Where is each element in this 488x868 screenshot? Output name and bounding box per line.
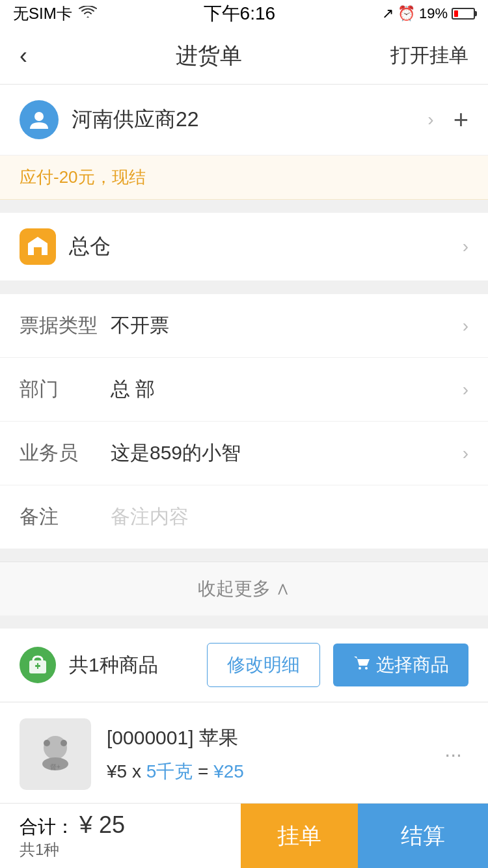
svg-point-6	[365, 667, 368, 670]
svg-rect-1	[34, 247, 42, 255]
supplier-row[interactable]: 河南供应商22 › +	[0, 85, 488, 156]
sub-label: 共1种	[20, 839, 221, 860]
warehouse-name: 总仓	[69, 232, 463, 261]
total-label: 合计：	[20, 815, 74, 839]
form-section: 票据类型 不开票 › 部门 总 部 › 业务员 这是859的小智 › 备注 备注…	[0, 293, 488, 549]
total-price: ¥25	[213, 761, 244, 781]
svg-point-9	[44, 736, 67, 759]
salesperson-arrow-icon: ›	[463, 443, 468, 464]
warehouse-icon	[20, 228, 56, 265]
product-code: [0000001]	[107, 727, 193, 748]
form-row-department[interactable]: 部门 总 部 ›	[0, 357, 488, 421]
product-header: 共1种商品 修改明细 选择商品	[0, 629, 488, 702]
product-count-label: 共1种商品	[69, 652, 207, 679]
supplier-avatar	[20, 100, 59, 139]
battery-icon	[452, 8, 475, 20]
select-product-button[interactable]: 选择商品	[333, 644, 468, 686]
department-arrow-icon: ›	[463, 379, 468, 400]
product-icon	[20, 647, 56, 683]
add-supplier-button[interactable]: +	[454, 105, 468, 135]
multiply-sign: x	[132, 761, 146, 781]
form-row-remark[interactable]: 备注 备注内容	[0, 485, 488, 549]
page-title: 进货单	[176, 41, 242, 71]
product-name: [0000001] 苹果	[107, 725, 438, 752]
footer: 合计： ¥ 25 共1种 挂单 结算	[0, 803, 488, 868]
invoice-type-label: 票据类型	[20, 312, 98, 339]
warehouse-row[interactable]: 总仓 ›	[0, 213, 488, 280]
remark-placeholder[interactable]: 备注内容	[111, 504, 468, 530]
carrier-label: 无SIM卡	[13, 3, 72, 24]
svg-point-12	[61, 740, 67, 746]
total-amount: ¥ 25	[79, 811, 125, 839]
invoice-type-value: 不开票	[111, 312, 463, 339]
wifi-icon	[79, 5, 97, 23]
supplier-name: 河南供应商22	[72, 105, 427, 134]
department-label: 部门	[20, 376, 98, 403]
product-title: 苹果	[199, 727, 238, 748]
supplier-section: 河南供应商22 › + 应付-20元，现结	[0, 85, 488, 200]
back-button[interactable]: ‹	[20, 42, 27, 70]
checkout-button[interactable]: 结算	[358, 804, 488, 869]
main-content: 河南供应商22 › + 应付-20元，现结 总仓 › 票据类型 不开票 ›	[0, 85, 488, 868]
collapse-toggle[interactable]: 收起更多 ∧	[0, 562, 488, 616]
status-time: 下午6:16	[204, 1, 276, 26]
footer-total: 合计： ¥ 25 共1种	[0, 811, 241, 860]
equals-sign: =	[198, 761, 213, 781]
status-left: 无SIM卡	[13, 3, 97, 24]
form-row-invoice[interactable]: 票据类型 不开票 ›	[0, 293, 488, 357]
nav-bar: ‹ 进货单 打开挂单	[0, 27, 488, 85]
location-icon: ↗	[382, 5, 394, 22]
remark-label: 备注	[20, 504, 98, 530]
unit-price: ¥5	[107, 761, 127, 781]
status-bar: 无SIM卡 下午6:16 ↗ ⏰ 19%	[0, 0, 488, 27]
pending-button[interactable]: 挂单	[241, 804, 358, 869]
battery-percent: 19%	[419, 5, 448, 22]
open-pending-button[interactable]: 打开挂单	[390, 42, 468, 69]
product-thumbnail: 督+	[20, 718, 91, 790]
supplier-alert: 应付-20元，现结	[0, 156, 488, 200]
svg-point-11	[44, 740, 50, 746]
product-more-button[interactable]: ···	[438, 736, 468, 773]
select-product-label: 选择商品	[376, 653, 449, 677]
warehouse-arrow-icon: ›	[463, 236, 468, 257]
quantity: 5千克	[146, 761, 193, 781]
svg-point-0	[34, 112, 44, 121]
product-price: ¥5 x 5千克 = ¥25	[107, 759, 438, 784]
supplier-arrow-icon: ›	[427, 109, 433, 130]
department-value: 总 部	[111, 376, 463, 403]
form-row-salesperson[interactable]: 业务员 这是859的小智 ›	[0, 421, 488, 485]
modify-detail-button[interactable]: 修改明细	[207, 643, 320, 687]
product-item: 督+ [0000001] 苹果 ¥5 x 5千克 = ¥25 ···	[0, 702, 488, 806]
warehouse-section: 总仓 ›	[0, 213, 488, 280]
invoice-arrow-icon: ›	[463, 316, 468, 336]
salesperson-label: 业务员	[20, 440, 98, 467]
svg-text:督+: 督+	[50, 763, 61, 770]
product-info: [0000001] 苹果 ¥5 x 5千克 = ¥25	[107, 725, 438, 784]
status-right: ↗ ⏰ 19%	[382, 5, 475, 22]
cart-icon	[353, 655, 371, 675]
svg-point-5	[359, 667, 361, 670]
alarm-icon: ⏰	[398, 5, 415, 22]
salesperson-value: 这是859的小智	[111, 440, 463, 467]
